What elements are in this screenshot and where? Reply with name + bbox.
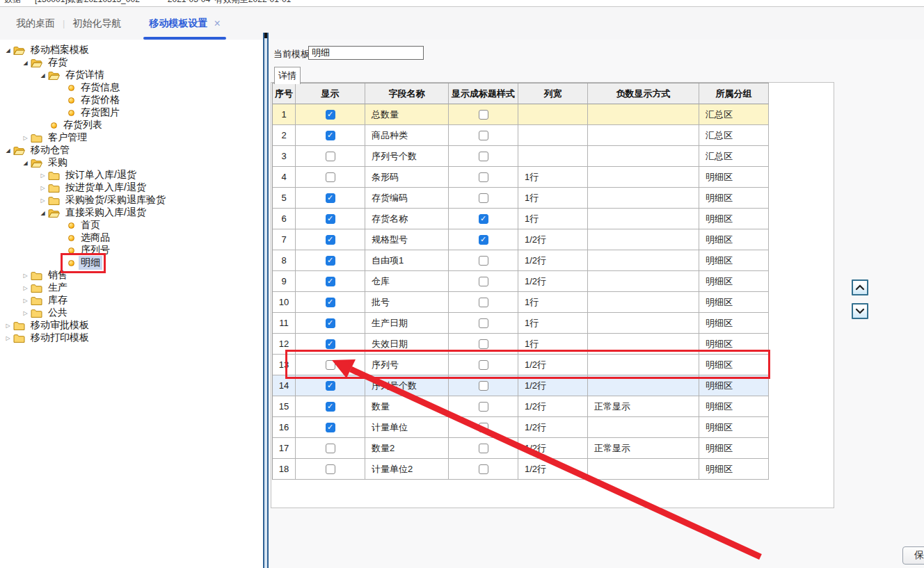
tree-item-label[interactable]: 存货图片 bbox=[79, 106, 122, 120]
tree-item-label[interactable]: 存货详情 bbox=[63, 68, 106, 82]
tree-item-生产[interactable]: ▷生产 bbox=[0, 282, 263, 294]
expand-toggle-icon[interactable]: ▷ bbox=[20, 282, 31, 294]
tree-item-label[interactable]: 存货列表 bbox=[61, 118, 104, 132]
tree-item-label[interactable]: 生产 bbox=[46, 281, 70, 295]
tree-item-按订单入库/退货[interactable]: ▷按订单入库/退货 bbox=[0, 169, 263, 181]
tree-item-label[interactable]: 库存 bbox=[46, 293, 70, 307]
tree-item-移动打印模板[interactable]: ▷移动打印模板 bbox=[0, 332, 263, 344]
title-style-checkbox-unchecked[interactable] bbox=[479, 423, 488, 432]
save-button[interactable]: 保存 bbox=[902, 546, 924, 565]
tab-我的桌面[interactable]: 我的桌面 bbox=[8, 7, 63, 40]
collapse-toggle-icon[interactable]: ◢ bbox=[20, 156, 31, 169]
title-style-checkbox-unchecked[interactable] bbox=[479, 277, 488, 286]
tree-item-label[interactable]: 采购 bbox=[46, 156, 70, 170]
table-row-5[interactable]: 5✓存货编码1行明细区 bbox=[273, 188, 769, 209]
tree-item-label[interactable]: 移动仓管 bbox=[29, 143, 72, 157]
expand-toggle-icon[interactable]: ▷ bbox=[3, 332, 13, 344]
table-row-16[interactable]: 16✓计量单位1/2行明细区 bbox=[273, 417, 769, 438]
tree-item-label[interactable]: 首页 bbox=[79, 218, 102, 232]
tree-item-label[interactable]: 明细 bbox=[79, 256, 102, 270]
expand-toggle-icon[interactable]: ▷ bbox=[38, 194, 48, 206]
collapse-toggle-icon[interactable]: ◢ bbox=[38, 206, 48, 219]
tree-item-label[interactable]: 按订单入库/退货 bbox=[63, 168, 138, 182]
table-row-14[interactable]: 14✓序列号个数1/2行明细区 bbox=[273, 375, 769, 396]
table-row-7[interactable]: 7✓规格型号✓1/2行明细区 bbox=[273, 229, 769, 250]
title-style-checkbox-unchecked[interactable] bbox=[479, 318, 488, 328]
current-template-input[interactable] bbox=[308, 46, 424, 60]
tree-item-移动仓管[interactable]: ◢移动仓管 bbox=[0, 144, 263, 156]
table-row-2[interactable]: 2✓商品种类汇总区 bbox=[273, 125, 769, 146]
title-style-checkbox-unchecked[interactable] bbox=[479, 298, 488, 307]
collapse-toggle-icon[interactable]: ◢ bbox=[3, 44, 13, 56]
tab-detail[interactable]: 详情 bbox=[274, 67, 301, 84]
table-row-1[interactable]: 1✓总数量汇总区 bbox=[273, 104, 769, 125]
show-checkbox-unchecked[interactable] bbox=[326, 152, 335, 161]
table-row-15[interactable]: 15✓数量1/2行正常显示明细区 bbox=[273, 396, 769, 417]
splitter-handle-icon[interactable] bbox=[264, 33, 267, 38]
title-style-checkbox-unchecked[interactable] bbox=[479, 464, 488, 474]
title-style-checkbox-unchecked[interactable] bbox=[479, 360, 488, 370]
table-row-13[interactable]: 13序列号1/2行明细区 bbox=[273, 355, 769, 375]
title-style-checkbox-unchecked[interactable] bbox=[479, 152, 488, 161]
tree-item-label[interactable]: 销售 bbox=[46, 268, 70, 282]
table-row-17[interactable]: 17数量21/2行正常显示明细区 bbox=[273, 438, 769, 459]
title-style-checkbox-unchecked[interactable] bbox=[479, 131, 488, 140]
title-style-checkbox-unchecked[interactable] bbox=[479, 256, 488, 266]
table-row-4[interactable]: 4条形码1行明细区 bbox=[273, 167, 769, 188]
table-row-3[interactable]: 3序列号个数汇总区 bbox=[273, 146, 769, 167]
collapse-toggle-icon[interactable]: ◢ bbox=[20, 56, 31, 69]
tree-item-采购[interactable]: ◢采购 bbox=[0, 156, 263, 169]
expand-toggle-icon[interactable]: ▷ bbox=[20, 307, 31, 319]
tree-item-首页[interactable]: 首页 bbox=[0, 219, 263, 232]
tree-item-label[interactable]: 移动打印模板 bbox=[29, 331, 91, 345]
tree-item-销售[interactable]: ▷销售 bbox=[0, 269, 263, 282]
tree-item-存货详情[interactable]: ◢存货详情 bbox=[0, 69, 263, 81]
tree-item-存货列表[interactable]: 存货列表 bbox=[0, 119, 263, 131]
tree-item-存货价格[interactable]: 存货价格 bbox=[0, 94, 263, 106]
tree-item-移动档案模板[interactable]: ◢移动档案模板 bbox=[0, 44, 263, 56]
show-checkbox-checked[interactable]: ✓ bbox=[326, 131, 335, 140]
tree-item-存货图片[interactable]: 存货图片 bbox=[0, 106, 263, 119]
show-checkbox-checked[interactable]: ✓ bbox=[326, 339, 335, 349]
tree-item-label[interactable]: 选商品 bbox=[79, 231, 112, 245]
show-checkbox-unchecked[interactable] bbox=[326, 172, 335, 182]
tree-item-label[interactable]: 序列号 bbox=[79, 243, 112, 257]
title-style-checkbox-unchecked[interactable] bbox=[479, 444, 488, 453]
show-checkbox-checked[interactable]: ✓ bbox=[326, 318, 335, 328]
show-checkbox-unchecked[interactable] bbox=[326, 444, 335, 453]
move-up-button[interactable] bbox=[852, 279, 868, 295]
tab-初始化导航[interactable]: 初始化导航 bbox=[65, 7, 129, 40]
tree-item-存货[interactable]: ◢存货 bbox=[0, 56, 263, 69]
show-checkbox-checked[interactable]: ✓ bbox=[326, 423, 335, 432]
tree-item-明细[interactable]: 明细 bbox=[0, 257, 263, 269]
tree-item-label[interactable]: 公共 bbox=[46, 306, 70, 320]
tab-移动模板设置[interactable]: 移动模板设置× bbox=[141, 7, 228, 40]
panel-splitter[interactable] bbox=[263, 33, 269, 568]
table-row-9[interactable]: 9✓仓库1/2行明细区 bbox=[273, 271, 769, 292]
tab-close-icon[interactable]: × bbox=[214, 17, 220, 30]
show-checkbox-checked[interactable]: ✓ bbox=[326, 235, 335, 245]
title-style-checkbox-unchecked[interactable] bbox=[479, 339, 488, 349]
tree-item-直接采购入库/退货[interactable]: ◢直接采购入库/退货 bbox=[0, 206, 263, 219]
tree-item-公共[interactable]: ▷公共 bbox=[0, 307, 263, 319]
expand-toggle-icon[interactable]: ▷ bbox=[3, 319, 13, 332]
table-row-10[interactable]: 10✓批号1行明细区 bbox=[273, 292, 769, 313]
title-style-checkbox-checked[interactable]: ✓ bbox=[479, 235, 488, 245]
title-style-checkbox-unchecked[interactable] bbox=[479, 193, 488, 203]
table-row-11[interactable]: 11✓生产日期1行明细区 bbox=[273, 313, 769, 334]
expand-toggle-icon[interactable]: ▷ bbox=[20, 294, 31, 307]
tree-item-选商品[interactable]: 选商品 bbox=[0, 232, 263, 244]
collapse-toggle-icon[interactable]: ◢ bbox=[38, 69, 48, 81]
move-down-button[interactable] bbox=[852, 303, 868, 319]
tree-item-采购验货/采购退库验货[interactable]: ▷采购验货/采购退库验货 bbox=[0, 194, 263, 206]
title-style-checkbox-checked[interactable]: ✓ bbox=[479, 214, 488, 224]
tree-item-label[interactable]: 客户管理 bbox=[46, 131, 89, 145]
show-checkbox-checked[interactable]: ✓ bbox=[326, 110, 335, 120]
show-checkbox-unchecked[interactable] bbox=[326, 464, 335, 474]
show-checkbox-checked[interactable]: ✓ bbox=[326, 214, 335, 224]
expand-toggle-icon[interactable]: ▷ bbox=[38, 169, 48, 181]
collapse-toggle-icon[interactable]: ◢ bbox=[3, 144, 13, 156]
show-checkbox-unchecked[interactable] bbox=[326, 360, 335, 370]
tree-item-移动审批模板[interactable]: ▷移动审批模板 bbox=[0, 319, 263, 332]
show-checkbox-checked[interactable]: ✓ bbox=[326, 381, 335, 391]
